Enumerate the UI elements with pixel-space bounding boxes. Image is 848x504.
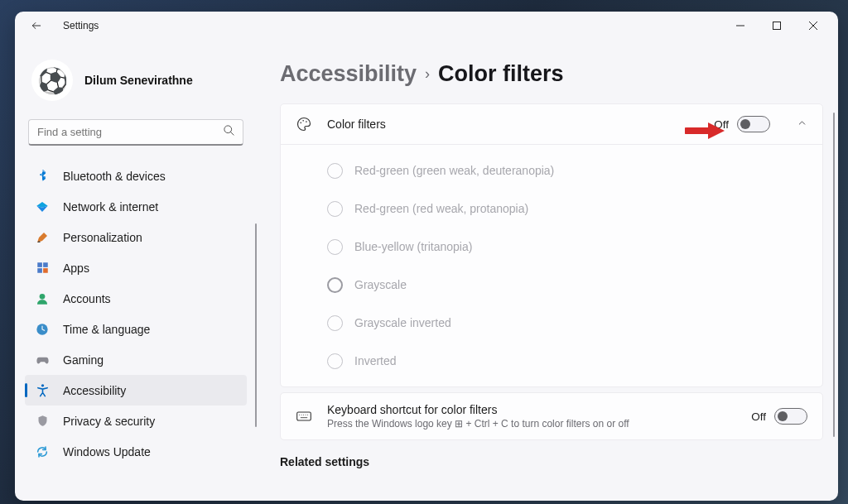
windows-update-icon (35, 444, 50, 459)
profile-block[interactable]: ⚽ Dilum Senevirathne (25, 45, 247, 116)
sidebar-item-label: Privacy & security (63, 415, 155, 428)
svg-rect-6 (37, 268, 42, 273)
chevron-right-icon: › (425, 65, 430, 83)
search-wrap (28, 119, 243, 146)
palette-icon (296, 116, 312, 132)
close-button[interactable] (795, 13, 831, 38)
svg-rect-5 (43, 262, 48, 267)
color-filters-header[interactable]: Color filters Off (281, 104, 822, 145)
sidebar-item-label: Apps (63, 262, 89, 275)
window-title: Settings (63, 20, 99, 31)
chevron-up-icon[interactable] (797, 117, 807, 132)
sidebar-item-personalization[interactable]: Personalization (25, 222, 247, 252)
option-grayscale-inverted[interactable]: Grayscale inverted (327, 304, 807, 342)
color-filters-title: Color filters (327, 118, 699, 131)
personalization-icon (35, 230, 50, 245)
svg-line-3 (230, 132, 234, 135)
arrow-left-icon (31, 20, 42, 31)
minimize-icon (736, 22, 744, 30)
sidebar-item-privacy[interactable]: Privacy & security (25, 406, 247, 436)
radio-icon (327, 353, 343, 369)
maximize-button[interactable] (759, 13, 795, 38)
sidebar-item-label: Network & internet (63, 200, 158, 214)
breadcrumb: Accessibility › Color filters (280, 61, 823, 87)
keyboard-shortcut-status: Off (751, 410, 766, 423)
accessibility-icon (35, 383, 50, 398)
breadcrumb-parent[interactable]: Accessibility (280, 61, 417, 87)
option-protanopia[interactable]: Red-green (red weak, protanopia) (327, 190, 807, 228)
sidebar-item-gaming[interactable]: Gaming (25, 344, 247, 375)
svg-point-10 (41, 384, 43, 386)
option-tritanopia[interactable]: Blue-yellow (tritanopia) (327, 228, 807, 266)
svg-rect-1 (773, 22, 781, 30)
color-filters-status: Off (714, 118, 729, 131)
profile-name: Dilum Senevirathne (84, 74, 193, 87)
minimize-button[interactable] (722, 13, 759, 38)
svg-point-11 (300, 122, 301, 124)
main-content: Accessibility › Color filters Color filt… (257, 40, 838, 501)
svg-point-8 (40, 294, 46, 300)
apps-icon (35, 261, 50, 276)
gaming-icon (35, 353, 50, 367)
keyboard-shortcut-title: Keyboard shortcut for color filters (327, 403, 736, 416)
settings-window: Settings ⚽ Dilum Senevirathne (15, 12, 838, 501)
option-inverted[interactable]: Inverted (327, 342, 807, 380)
page-title: Color filters (438, 61, 564, 87)
option-deuteranopia[interactable]: Red-green (green weak, deuteranopia) (327, 151, 807, 190)
maximize-icon (773, 22, 781, 30)
nav-list: Bluetooth & devices Network & internet P… (25, 161, 247, 501)
keyboard-shortcut-toggle[interactable] (774, 408, 807, 425)
radio-icon (327, 239, 343, 255)
color-filters-toggle[interactable] (737, 116, 770, 132)
sidebar-item-windows-update[interactable]: Windows Update (25, 436, 247, 467)
option-label: Blue-yellow (tritanopia) (354, 240, 472, 253)
svg-point-12 (302, 120, 304, 122)
back-button[interactable] (25, 14, 48, 37)
svg-rect-4 (37, 262, 42, 267)
radio-icon (327, 277, 343, 293)
sidebar-item-label: Windows Update (63, 445, 151, 458)
search-input[interactable] (28, 119, 243, 146)
sidebar-item-apps[interactable]: Apps (25, 252, 247, 283)
sidebar: ⚽ Dilum Senevirathne Bluetooth & devices (15, 40, 257, 501)
avatar: ⚽ (31, 60, 73, 101)
radio-icon (327, 163, 343, 179)
option-label: Grayscale (354, 278, 407, 291)
close-icon (809, 22, 817, 30)
sidebar-item-label: Personalization (63, 231, 142, 244)
main-scrollbar[interactable] (833, 113, 835, 437)
keyboard-shortcut-desc: Press the Windows logo key ⊞ + Ctrl + C … (327, 418, 736, 430)
search-icon (223, 124, 235, 140)
sidebar-item-label: Time & language (63, 323, 150, 336)
accounts-icon (35, 291, 50, 306)
option-label: Inverted (354, 354, 397, 367)
sidebar-item-accounts[interactable]: Accounts (25, 283, 247, 314)
option-label: Grayscale inverted (354, 316, 451, 329)
sidebar-item-bluetooth[interactable]: Bluetooth & devices (25, 161, 247, 191)
color-filter-options: Red-green (green weak, deuteranopia) Red… (281, 145, 822, 386)
sidebar-item-label: Gaming (63, 353, 104, 367)
svg-rect-7 (43, 268, 48, 273)
radio-icon (327, 315, 343, 331)
option-grayscale[interactable]: Grayscale (327, 266, 807, 304)
sidebar-item-accessibility[interactable]: Accessibility (25, 375, 247, 406)
option-label: Red-green (green weak, deuteranopia) (354, 164, 554, 177)
titlebar: Settings (15, 12, 838, 40)
time-language-icon (35, 322, 50, 337)
keyboard-shortcut-card[interactable]: Keyboard shortcut for color filters Pres… (280, 392, 823, 440)
sidebar-item-label: Accounts (63, 292, 111, 305)
option-label: Red-green (red weak, protanopia) (354, 202, 528, 215)
bluetooth-icon (35, 169, 50, 184)
network-icon (35, 199, 50, 214)
sidebar-item-label: Bluetooth & devices (63, 170, 166, 183)
sidebar-item-network[interactable]: Network & internet (25, 191, 247, 222)
sidebar-item-time-language[interactable]: Time & language (25, 314, 247, 344)
color-filters-card: Color filters Off (280, 103, 823, 387)
svg-rect-14 (297, 412, 311, 420)
sidebar-item-label: Accessibility (63, 384, 126, 397)
keyboard-icon (296, 408, 312, 425)
window-buttons (722, 13, 831, 38)
radio-icon (327, 201, 343, 217)
related-settings-heading: Related settings (280, 455, 823, 468)
svg-point-13 (306, 121, 307, 122)
